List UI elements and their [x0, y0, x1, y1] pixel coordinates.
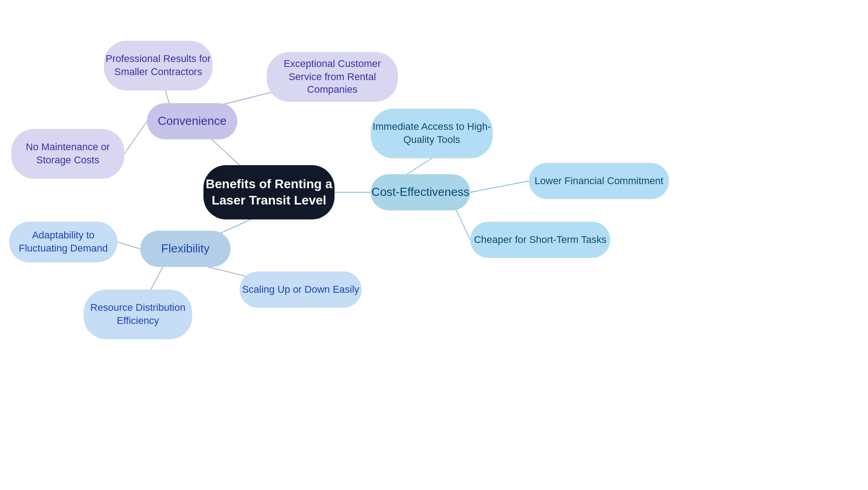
convenience-label: Convenience	[158, 114, 226, 129]
resource-node: Resource Distribution Efficiency	[84, 290, 192, 339]
cheaper-label: Cheaper for Short-Term Tasks	[474, 233, 606, 247]
svg-line-3	[124, 121, 147, 154]
costeffectiveness-label: Cost-Effectiveness	[372, 185, 469, 200]
costeffectiveness-node: Cost-Effectiveness	[371, 174, 470, 210]
center-node: Benefits of Renting a Laser Transit Leve…	[203, 165, 335, 219]
lowerfinancial-label: Lower Financial Commitment	[535, 175, 664, 188]
resource-label: Resource Distribution Efficiency	[84, 301, 192, 327]
svg-line-10	[470, 181, 529, 192]
exceptional-node: Exceptional Customer Service from Rental…	[267, 52, 398, 102]
scaling-label: Scaling Up or Down Easily	[242, 283, 359, 296]
convenience-node: Convenience	[147, 103, 237, 139]
lowerfinancial-node: Lower Financial Commitment	[529, 163, 669, 199]
flexibility-node: Flexibility	[140, 231, 231, 267]
adaptability-node: Adaptability to Fluctuating Demand	[9, 222, 118, 262]
svg-line-9	[407, 158, 432, 174]
professional-label: Professional Results for Smaller Contrac…	[104, 52, 212, 78]
immediate-label: Immediate Access to High-Quality Tools	[371, 120, 493, 146]
cheaper-node: Cheaper for Short-Term Tasks	[470, 222, 610, 258]
scaling-node: Scaling Up or Down Easily	[240, 271, 362, 308]
nomaintenance-node: No Maintenance or Storage Costs	[11, 129, 124, 179]
svg-line-5	[118, 242, 140, 249]
adaptability-label: Adaptability to Fluctuating Demand	[9, 229, 118, 255]
center-label: Benefits of Renting a Laser Transit Leve…	[203, 176, 335, 209]
flexibility-label: Flexibility	[161, 241, 210, 257]
professional-node: Professional Results for Smaller Contrac…	[104, 41, 212, 90]
nomaintenance-label: No Maintenance or Storage Costs	[11, 141, 124, 167]
exceptional-label: Exceptional Customer Service from Rental…	[267, 57, 398, 96]
immediate-node: Immediate Access to High-Quality Tools	[371, 109, 493, 158]
